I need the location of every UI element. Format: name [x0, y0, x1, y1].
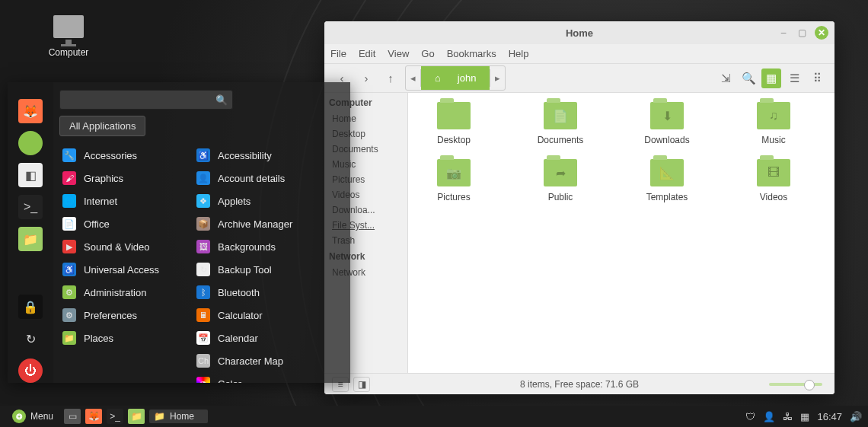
menu-help[interactable]: Help — [509, 48, 529, 59]
folder-videos[interactable]: 🎞Videos — [743, 159, 804, 202]
app-backup-tool[interactable]: ↻Backup Tool — [193, 258, 323, 281]
up-button[interactable]: ↑ — [381, 69, 400, 88]
taskbar-firefox-icon[interactable]: 🦊 — [85, 409, 102, 424]
menu-categories-column: 🔧Accessories🖌Graphics🌐Internet📄Office▶So… — [59, 144, 189, 383]
app-archive-manager[interactable]: 📦Archive Manager — [193, 212, 323, 235]
list-view-button[interactable]: ☰ — [784, 69, 804, 88]
monitor-icon — [53, 15, 84, 38]
menu-edit[interactable]: Edit — [359, 48, 375, 59]
tray-workspace-icon[interactable]: ▦ — [800, 411, 809, 422]
forward-button[interactable]: › — [356, 69, 376, 88]
status-sidebar-icon[interactable]: ◨ — [353, 377, 370, 392]
menu-bookmarks[interactable]: Bookmarks — [447, 48, 496, 59]
menu-file[interactable]: File — [330, 48, 346, 59]
tray-user-icon[interactable]: 👤 — [763, 411, 775, 422]
folder-desktop[interactable]: Desktop — [423, 102, 484, 145]
maximize-button[interactable]: ▢ — [796, 27, 807, 38]
folder-icon: ⬇ — [650, 102, 684, 129]
clock[interactable]: 16:47 — [817, 411, 842, 422]
category-icon: ▶ — [62, 240, 76, 253]
path-crumb-home[interactable]: ⌂ john — [421, 66, 490, 90]
category-preferences[interactable]: ⚙Preferences — [59, 304, 189, 327]
start-menu: 🦊 ◧ >_ 📁 🔒 ↻ ⏻ 🔍 All Applications 🔧Acces… — [8, 82, 350, 383]
path-next-icon[interactable]: ▸ — [490, 69, 505, 87]
home-icon: ⌂ — [429, 69, 447, 87]
terminal-icon[interactable]: >_ — [18, 195, 43, 219]
category-office[interactable]: 📄Office — [59, 212, 189, 235]
all-applications-button[interactable]: All Applications — [59, 116, 145, 136]
minimize-button[interactable]: – — [778, 27, 789, 38]
folder-public[interactable]: ➦Public — [530, 159, 591, 202]
desktop-icon-computer[interactable]: Computer — [42, 15, 95, 58]
app-accessibility[interactable]: ♿Accessibility — [193, 144, 323, 167]
folder-icon: 📁 — [154, 411, 165, 422]
category-icon: 🔧 — [62, 148, 76, 162]
menu-view[interactable]: View — [388, 48, 409, 59]
close-button[interactable]: ✕ — [815, 26, 828, 40]
tray-network-icon[interactable]: 🖧 — [783, 411, 793, 422]
menu-button[interactable]: ❂ Menu — [6, 408, 59, 425]
folder-pictures[interactable]: 📷Pictures — [423, 159, 484, 202]
power-icon[interactable]: ⏻ — [18, 358, 43, 383]
app-icon: ♿ — [196, 148, 210, 162]
taskbar-task-home[interactable]: 📁 Home — [149, 409, 208, 423]
app-icon: 👤 — [196, 171, 210, 185]
app-icon: 🖩 — [196, 308, 210, 322]
app-account-details[interactable]: 👤Account details — [193, 167, 323, 190]
taskbar-files-icon[interactable]: 📁 — [128, 409, 145, 424]
menu-go[interactable]: Go — [421, 48, 434, 59]
fm-titlebar[interactable]: Home – ▢ ✕ — [324, 21, 834, 44]
folder-icon — [437, 102, 471, 129]
logout-icon[interactable]: ↻ — [18, 327, 43, 351]
search-input[interactable] — [65, 94, 215, 105]
app-icon: ↻ — [196, 263, 210, 276]
firefox-icon[interactable]: 🦊 — [18, 99, 43, 123]
path-bar[interactable]: ◂ ⌂ john ▸ — [405, 65, 506, 91]
folder-music[interactable]: ♫Music — [743, 102, 804, 145]
mint-icon[interactable] — [18, 131, 43, 155]
file-manager-window: Home – ▢ ✕ FileEditViewGoBookmarksHelp ‹… — [324, 21, 834, 394]
category-sound-video[interactable]: ▶Sound & Video — [59, 235, 189, 258]
menu-apps-column: ♿Accessibility👤Account details❖Applets📦A… — [193, 144, 323, 383]
search-button[interactable]: 🔍 — [739, 69, 758, 88]
window-title: Home — [566, 27, 593, 39]
category-accessories[interactable]: 🔧Accessories — [59, 144, 189, 167]
app-icon: ◑ — [196, 377, 210, 383]
lock-icon[interactable]: 🔒 — [18, 295, 43, 319]
category-icon: 🖌 — [62, 171, 76, 185]
fm-toolbar: ‹ › ↑ ◂ ⌂ john ▸ ⇲ 🔍 ▦ ☰ ⠿ — [324, 64, 834, 93]
folder-documents[interactable]: 📄Documents — [530, 102, 591, 145]
location-toggle-icon[interactable]: ⇲ — [716, 69, 736, 88]
status-text: 8 items, Free space: 71.6 GB — [520, 379, 639, 390]
taskbar-terminal-icon[interactable]: >_ — [107, 409, 123, 424]
app-backgrounds[interactable]: 🖼Backgrounds — [193, 235, 323, 258]
zoom-slider[interactable] — [769, 383, 822, 386]
icon-view-button[interactable]: ▦ — [761, 69, 781, 88]
folder-templates[interactable]: 📐Templates — [637, 159, 697, 202]
category-graphics[interactable]: 🖌Graphics — [59, 167, 189, 190]
desktop-icon-label: Computer — [49, 47, 89, 58]
tray-volume-icon[interactable]: 🔊 — [850, 411, 862, 422]
app-character-map[interactable]: ChCharacter Map — [193, 349, 323, 372]
fm-statusbar: ≡ ◨ 8 items, Free space: 71.6 GB — [324, 373, 834, 394]
menu-favorites-sidebar: 🦊 ◧ >_ 📁 🔒 ↻ ⏻ — [8, 82, 53, 383]
folder-icon: 📐 — [650, 159, 684, 186]
app-bluetooth[interactable]: ᛒBluetooth — [193, 281, 323, 304]
path-prev-icon[interactable]: ◂ — [406, 69, 421, 87]
files-icon[interactable]: 📁 — [18, 227, 43, 251]
category-internet[interactable]: 🌐Internet — [59, 190, 189, 212]
app-applets[interactable]: ❖Applets — [193, 190, 323, 212]
app-color[interactable]: ◑Color — [193, 372, 323, 383]
software-icon[interactable]: ◧ — [18, 163, 43, 187]
category-places[interactable]: 📁Places — [59, 327, 189, 349]
menu-search[interactable]: 🔍 — [59, 90, 233, 110]
compact-view-button[interactable]: ⠿ — [807, 69, 827, 88]
fm-file-grid[interactable]: Desktop📄Documents⬇Downloads♫Music 📷Pictu… — [408, 93, 834, 373]
show-desktop-button[interactable]: ▭ — [64, 409, 81, 424]
category-universal-access[interactable]: ♿Universal Access — [59, 258, 189, 281]
app-calculator[interactable]: 🖩Calculator — [193, 304, 323, 327]
tray-shield-icon[interactable]: 🛡 — [745, 411, 755, 422]
category-administration[interactable]: ⚙Administration — [59, 281, 189, 304]
folder-downloads[interactable]: ⬇Downloads — [637, 102, 697, 145]
app-calendar[interactable]: 📅Calendar — [193, 327, 323, 349]
